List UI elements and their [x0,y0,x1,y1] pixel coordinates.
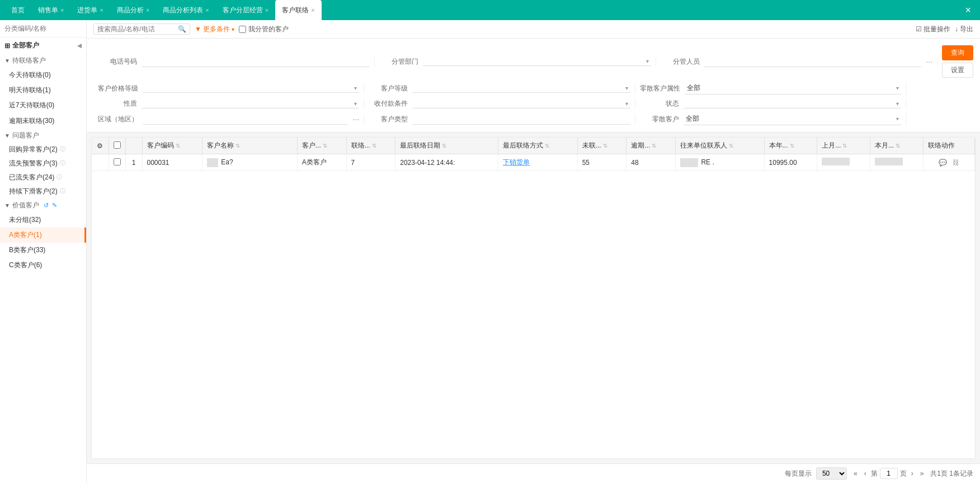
unit-contacts-placeholder [680,158,698,167]
filter-row-2: 客户价格等级 ▾ 客户等级 ▾ 零散客户属性 全部 [93,80,973,97]
sidebar-item-unclassified[interactable]: 未分组(32) [0,212,86,228]
sidebar-item-today-pending[interactable]: 今天待联络(0) [0,68,86,83]
sidebar-value-group[interactable]: ▼ 价值客户 ↺ ✎ [0,198,86,212]
th-customer-name[interactable]: 客户名称⇅ [202,138,298,154]
nav-purchase-close[interactable]: × [100,7,103,13]
prev-page-btn[interactable]: ‹ [862,468,869,479]
payment-select[interactable]: ▾ [412,100,630,108]
row-last-date-cell: 2023-04-12 14:44: [395,154,498,171]
last-method-link[interactable]: 下销货单 [503,158,530,166]
row-action-cell: 💬 ⛓ [923,154,974,171]
sidebar-search-input[interactable] [4,25,87,32]
action-link-icon[interactable]: ⛓ [953,159,959,167]
filter-row-1: 电话号码 分管部门 ▾ 分管人员 ··· 查询 设置 [93,43,973,80]
sort-icon-year: ⇅ [790,143,794,149]
nav-customer-segmentation-close[interactable]: × [265,7,268,13]
region-dots[interactable]: ··· [353,115,360,124]
page-input[interactable] [880,468,898,479]
page-suffix-label: 页 [900,469,907,479]
more-filter-btn[interactable]: ▼ 更多条件 ▾ [195,25,234,34]
nav-customer-contact-close[interactable]: × [311,7,314,13]
th-customer-code[interactable]: 客户编码⇅ [142,138,202,154]
customer-level-select[interactable]: ▾ [412,84,630,93]
th-this-month[interactable]: 本月...⇅ [870,138,924,154]
th-settings[interactable]: ⚙ [92,138,109,154]
filter-panel: 电话号码 分管部门 ▾ 分管人员 ··· 查询 设置 [87,39,980,132]
sort-icon-type: ⇅ [323,143,327,149]
my-customers-checkbox[interactable]: 我分管的客户 [239,25,289,34]
filter-scatter: 零散客户 全部 ▾ [635,113,906,125]
th-last-contact-method[interactable]: 最后联络方式⇅ [498,138,577,154]
query-button[interactable]: 查询 [942,45,973,60]
dept-select[interactable]: ▾ [423,57,651,66]
select-all-checkbox[interactable] [114,141,121,149]
nav-product-analysis-list[interactable]: 商品分析列表 × [156,0,215,20]
sidebar-item-b-class[interactable]: B类客户(33) [0,243,86,258]
th-overdue[interactable]: 逾期...⇅ [626,138,676,154]
th-not-contacted[interactable]: 未联...⇅ [577,138,626,154]
nav-customer-contact[interactable]: 客户联络 × [275,0,321,20]
price-level-select[interactable]: ▾ [143,84,359,93]
page-size-select[interactable]: 50 100 200 [816,467,847,480]
scatter-select[interactable]: 全部 ▾ [684,113,901,125]
filter-dept: 分管部门 ▾ [375,57,656,67]
th-customer-type[interactable]: 客户...⇅ [297,138,346,154]
export-btn[interactable]: ↓ 导出 [955,25,973,34]
next-page-btn[interactable]: › [909,468,916,479]
sidebar-item-c-class[interactable]: C类客户(6) [0,258,86,273]
sidebar-problem-group[interactable]: ▼ 问题客户 [0,129,86,143]
region-input[interactable] [143,114,348,125]
sidebar-item-churned[interactable]: 已流失客户(24) ⓘ [0,171,86,184]
nav-product-analysis-close[interactable]: × [146,7,149,13]
manager-dots[interactable]: ··· [926,57,932,66]
status-select[interactable]: ▾ [684,100,901,108]
row-checkbox[interactable] [114,158,121,165]
sidebar-item-declining[interactable]: 持续下滑客户(2) ⓘ [0,184,86,198]
sidebar-collapse-btn[interactable]: ◀ [77,42,82,49]
phone-input[interactable] [142,56,370,67]
sort-icon-last-month: ⇅ [842,143,847,149]
filter-phone: 电话号码 [93,56,375,67]
th-last-contact-date[interactable]: 最后联络日期⇅ [395,138,498,154]
sidebar-item-churn-warning[interactable]: 流失预警客户(3) ⓘ [0,157,86,171]
nav-product-analysis-list-close[interactable]: × [205,7,209,13]
nav-customer-segmentation[interactable]: 客户分层经营 × [216,0,275,20]
edit-icon[interactable]: ✎ [52,202,57,209]
refresh-icon[interactable]: ↺ [44,202,49,209]
first-page-btn[interactable]: « [851,468,860,479]
row-contact-count-cell: 7 [346,154,395,171]
page-label: 第 [871,469,878,479]
nav-product-analysis[interactable]: 商品分析 × [110,0,156,20]
sort-icon-date: ⇅ [442,143,446,149]
nav-sales-close[interactable]: × [60,7,64,13]
sidebar-item-7day-pending[interactable]: 近7天待联络(0) [0,98,86,113]
sidebar-item-repurchase-abnormal[interactable]: 回购异常客户(2) ⓘ [0,143,86,157]
search-icon[interactable]: 🔍 [178,25,186,33]
nav-sales[interactable]: 销售单 × [31,0,70,20]
th-unit-contacts[interactable]: 往来单位联系人⇅ [676,138,764,154]
nature-select[interactable]: ▾ [142,100,359,108]
sidebar-item-tomorrow-pending[interactable]: 明天待联络(1) [0,83,86,98]
sidebar-all-customers[interactable]: ⊞ 全部客户 ◀ [0,37,86,54]
sidebar-item-overdue-pending[interactable]: 逾期未联络(30) [0,113,86,129]
customer-type-input[interactable] [412,114,630,125]
my-customers-check[interactable] [239,26,246,33]
sidebar-pending-group[interactable]: ▼ 待联络客户 [0,54,86,68]
setting-button[interactable]: 设置 [942,63,973,78]
nav-home[interactable]: 首页 [4,0,31,20]
th-contact-count[interactable]: 联络...⇅ [346,138,395,154]
close-all-btn[interactable]: × [960,4,976,16]
th-this-year[interactable]: 本年...⇅ [764,138,817,154]
last-page-btn[interactable]: » [918,468,926,479]
batch-operation-btn[interactable]: ☑ 批量操作 [916,25,950,34]
manager-input[interactable] [704,56,921,67]
filter-actions: 查询 设置 [942,45,973,78]
th-contact-action: 联络动作 [923,138,974,154]
sidebar-item-a-class[interactable]: A类客户(1) [0,228,86,243]
th-last-month[interactable]: 上月...⇅ [817,138,870,154]
nav-purchase[interactable]: 进货单 × [70,0,110,20]
search-input[interactable] [97,25,176,33]
action-chat-icon[interactable]: 💬 [939,159,947,167]
scatter-attr-select[interactable]: 全部 ▾ [685,82,901,94]
last-month-placeholder [822,158,850,165]
